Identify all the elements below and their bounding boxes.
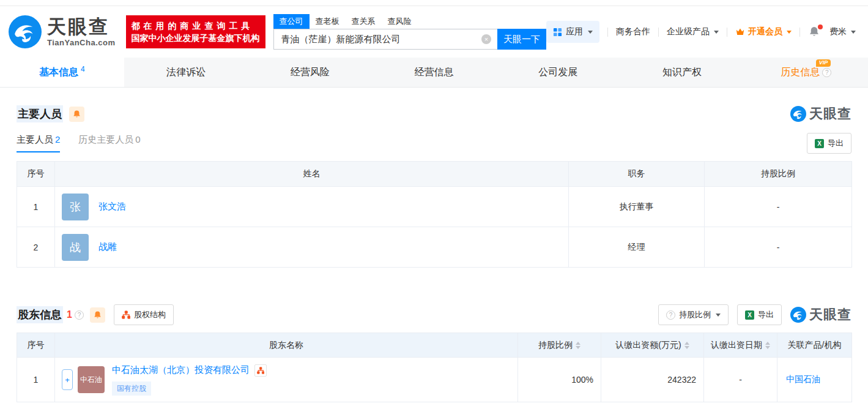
shareholders-table: 序号 股东名称 持股比例 认缴出资额(万元) 认缴出资日期 关联产品/机构 — [17, 333, 852, 402]
nav-divider — [658, 28, 659, 37]
person-ratio: - — [705, 227, 852, 268]
subtab-history-personnel-count: 0 — [135, 134, 140, 145]
search-tab-relation[interactable]: 查关系 — [346, 14, 382, 29]
tab-intellectual-property[interactable]: 知识产权 — [620, 58, 744, 87]
subscribe-bell-button[interactable] — [69, 107, 84, 122]
search-tab-company[interactable]: 查公司 — [273, 14, 310, 29]
tab-company-development-label: 公司发展 — [538, 66, 577, 79]
clear-icon[interactable]: × — [481, 34, 491, 44]
person-name-link[interactable]: 战雕 — [98, 241, 117, 253]
tab-history-info[interactable]: VIP 历史信息 ? — [744, 58, 868, 87]
sort-icon[interactable] — [576, 342, 581, 349]
person-position: 执行董事 — [569, 187, 705, 227]
username-label: 费米 — [829, 26, 847, 37]
shareholders-title: 股东信息 — [17, 306, 63, 323]
expand-button[interactable]: + — [62, 369, 73, 390]
subtab-history-personnel[interactable]: 历史主要人员0 — [78, 134, 140, 152]
related-product-link[interactable]: 中国石油 — [777, 358, 852, 402]
shareholder-name-link[interactable]: 中石油太湖（北京）投资有限公司 — [112, 364, 250, 376]
question-icon: ? — [666, 310, 675, 320]
column-header-ratio: 持股比例 — [705, 162, 852, 187]
search-tab-boss[interactable]: 查老板 — [310, 14, 346, 29]
tab-company-development[interactable]: 公司发展 — [496, 58, 620, 87]
subtab-current-personnel-count: 2 — [55, 134, 60, 145]
subscribed-date: - — [704, 358, 777, 402]
sort-icon[interactable] — [765, 342, 770, 349]
chevron-down-icon — [588, 31, 593, 34]
tianyancha-logo[interactable]: 天眼查 TianYanCha.com — [9, 15, 116, 48]
sort-icon[interactable] — [684, 342, 689, 349]
chevron-down-icon — [716, 314, 721, 317]
notifications-bell-button[interactable] — [808, 26, 820, 38]
ratio-filter-button[interactable]: ? 持股比例 — [658, 304, 729, 325]
avatar[interactable]: 战 — [62, 234, 89, 261]
apps-label: 应用 — [566, 26, 583, 37]
excel-icon: X — [815, 139, 824, 148]
ratio-filter-label: 持股比例 — [679, 309, 711, 320]
key-personnel-table: 序号 姓名 职务 持股比例 1 张 张文浩 执行董事 - — [17, 161, 852, 268]
key-personnel-header: 主要人员 天眼查 — [17, 105, 851, 123]
search-tab-risk[interactable]: 查风险 — [382, 14, 418, 29]
row-index: 1 — [17, 358, 55, 402]
tab-operation-risk[interactable]: 经营风险 — [248, 58, 372, 87]
subtab-current-personnel[interactable]: 主要人员2 — [17, 134, 60, 152]
key-personnel-subtabs: 主要人员2 历史主要人员0 X 导出 — [17, 133, 851, 154]
search-input[interactable] — [273, 29, 497, 50]
tianyancha-logo-icon — [790, 106, 806, 122]
subtab-current-personnel-label: 主要人员 — [17, 134, 53, 145]
tab-history-info-label: 历史信息 — [781, 66, 820, 79]
watermark-text: 天眼查 — [809, 105, 851, 123]
export-button[interactable]: X 导出 — [807, 133, 851, 154]
avatar[interactable]: 张 — [62, 194, 89, 220]
crown-icon — [735, 27, 745, 37]
column-header-shareholder-name: 股东名称 — [55, 333, 518, 358]
company-avatar[interactable]: 中石油 — [78, 366, 105, 393]
nav-divider — [799, 28, 800, 37]
tianyancha-logo-icon — [9, 15, 42, 48]
search-area: 查公司 查老板 查关系 查风险 × 天眼一下 — [273, 14, 546, 50]
page-content: 主要人员 天眼查 主要人员2 历史主要人员0 X 导出 — [0, 105, 868, 402]
slogan-banner: 都在用的商业查询工具 国家中小企业发展子基金旗下机构 — [126, 15, 265, 48]
org-chart-icon — [257, 367, 264, 374]
excel-icon: X — [745, 310, 754, 320]
user-menu[interactable]: 费米 — [829, 26, 856, 37]
tab-operation-risk-label: 经营风险 — [291, 66, 330, 79]
notification-dot — [818, 24, 823, 29]
header-nav: 应用 商务合作 企业级产品 开通会员 费米 — [546, 21, 856, 43]
shareholders-count: 1 — [67, 309, 72, 320]
watermark-text: 天眼查 — [809, 306, 851, 324]
person-name-link[interactable]: 张文浩 — [98, 201, 126, 212]
subscribe-bell-button[interactable] — [90, 307, 105, 323]
bell-icon — [93, 310, 102, 320]
state-owned-tag: 国有控股 — [112, 382, 151, 396]
shareholder-ratio: 100% — [518, 358, 601, 402]
logo-domain: TianYanCha.com — [47, 38, 116, 47]
shareholders-header: 股东信息 1 ? 股权结构 ? 持股比例 X 导出 — [17, 304, 851, 325]
person-position: 经理 — [569, 227, 705, 268]
equity-structure-mini-button[interactable] — [254, 364, 267, 377]
nav-divider — [607, 28, 608, 37]
equity-structure-label: 股权结构 — [134, 309, 166, 320]
export-label: 导出 — [758, 309, 774, 320]
logo-text: 天眼查 TianYanCha.com — [47, 17, 116, 47]
window-top-strip — [0, 0, 868, 6]
bell-icon — [72, 110, 81, 119]
question-icon[interactable]: ? — [75, 310, 84, 320]
question-icon[interactable]: ? — [822, 68, 831, 77]
equity-structure-button[interactable]: 股权结构 — [114, 304, 174, 325]
table-header-row: 序号 股东名称 持股比例 认缴出资额(万元) 认缴出资日期 关联产品/机构 — [17, 333, 852, 358]
subtab-history-personnel-label: 历史主要人员 — [78, 134, 133, 145]
open-vip-menu[interactable]: 开通会员 — [735, 26, 792, 37]
table-row: 2 战 战雕 经理 - — [17, 227, 852, 268]
enterprise-products-menu[interactable]: 企业级产品 — [667, 26, 719, 37]
tab-legal-proceedings[interactable]: 法律诉讼 — [124, 58, 248, 87]
column-header-subscribed-amount: 认缴出资额(万元) — [601, 333, 704, 358]
export-button[interactable]: X 导出 — [737, 304, 782, 325]
row-index: 1 — [17, 187, 55, 227]
apps-menu-button[interactable]: 应用 — [546, 21, 599, 43]
tab-operation-info[interactable]: 经营信息 — [372, 58, 496, 87]
search-button[interactable]: 天眼一下 — [497, 29, 546, 50]
business-coop-link[interactable]: 商务合作 — [616, 26, 650, 37]
column-header-no: 序号 — [17, 333, 55, 358]
tab-basic-info[interactable]: 基本信息 4 — [0, 58, 124, 87]
